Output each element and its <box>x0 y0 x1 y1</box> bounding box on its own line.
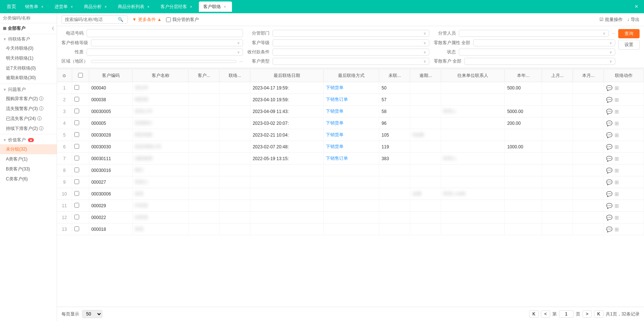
row-checkbox[interactable] <box>72 94 89 106</box>
group-label-pending[interactable]: ▼ 待联络客户 <box>0 34 57 43</box>
row-checkbox[interactable] <box>72 212 89 223</box>
region-dots[interactable]: ··· <box>239 59 243 64</box>
last-page-button[interactable]: K <box>594 310 603 318</box>
col-last-month-header[interactable]: 上月... <box>542 70 573 82</box>
retail-attr-select[interactable]: ∨ <box>473 39 615 46</box>
manager-select[interactable]: ∨ <box>459 30 609 37</box>
select-all-checkbox[interactable] <box>78 73 83 78</box>
chat-icon[interactable]: 💬 <box>606 156 612 162</box>
grid-action-icon[interactable]: ⊞ <box>615 132 619 138</box>
my-customers-checkbox[interactable]: 我分管的客户 <box>166 17 199 23</box>
chat-icon[interactable]: 💬 <box>606 109 612 114</box>
row-last-method[interactable]: 下销货单 <box>323 141 379 153</box>
chat-icon[interactable]: 💬 <box>606 203 612 209</box>
row-last-method[interactable]: 下销货单 <box>323 129 379 141</box>
grid-action-icon[interactable]: ⊞ <box>615 144 619 150</box>
group-label-problem[interactable]: ▼ 问题客户 <box>0 85 57 94</box>
sidebar-item-tomorrow[interactable]: 明天待联络(1) <box>0 53 57 63</box>
grid-action-icon[interactable]: ⊞ <box>615 215 619 221</box>
row-checkbox[interactable] <box>72 117 89 129</box>
grid-action-icon[interactable]: ⊞ <box>615 179 619 185</box>
customer-level-select[interactable]: ∨ <box>272 39 429 46</box>
my-customers-check-input[interactable] <box>166 17 171 22</box>
page-number-input[interactable] <box>559 310 574 318</box>
more-conditions-button[interactable]: ▼ 更多条件 ▲ <box>132 17 162 23</box>
phone-input[interactable] <box>87 29 243 37</box>
customer-type-select[interactable]: ∨ <box>272 58 429 65</box>
chat-icon[interactable]: 💬 <box>606 97 612 103</box>
chat-icon[interactable]: 💬 <box>606 167 612 173</box>
export-button[interactable]: ↓ 导出 <box>627 17 640 23</box>
close-tab-customer-segment[interactable]: × <box>189 4 194 9</box>
batch-operation-button[interactable]: ☑ 批量操作 <box>599 17 623 23</box>
col-settings[interactable]: ⚙ <box>57 70 72 82</box>
all-customers-header[interactable]: ⊞ 全部客户 《 <box>0 23 57 34</box>
manager-dots[interactable]: ··· <box>612 31 615 36</box>
chat-icon[interactable]: 💬 <box>606 144 612 150</box>
chat-icon[interactable]: 💬 <box>606 120 612 126</box>
window-close-button[interactable]: × <box>632 3 641 10</box>
row-last-method[interactable]: 下销售订单 <box>323 94 379 106</box>
chat-icon[interactable]: 💬 <box>606 215 612 221</box>
grid-action-icon[interactable]: ⊞ <box>615 167 619 173</box>
col-this-year-header[interactable]: 本年... <box>505 70 542 82</box>
col-name-header[interactable]: 客户名称 <box>133 70 189 82</box>
grid-action-icon[interactable]: ⊞ <box>615 191 619 197</box>
nature-select[interactable]: ∨ <box>87 49 243 56</box>
col-partner-header[interactable]: 往来单位联系人 <box>441 70 505 82</box>
row-last-method[interactable]: 下销货单 <box>323 82 379 94</box>
chat-icon[interactable]: 💬 <box>606 85 612 91</box>
row-last-method[interactable]: 下销货单 <box>323 117 379 129</box>
row-checkbox[interactable] <box>72 106 89 117</box>
row-checkbox[interactable] <box>72 141 89 153</box>
page-size-select[interactable]: 50 20 100 <box>82 310 102 318</box>
region-select[interactable] <box>91 60 236 63</box>
retail-customer-select[interactable]: ∨ <box>464 58 615 65</box>
grid-action-icon[interactable]: ⊞ <box>615 85 619 91</box>
prev-page-button[interactable]: < <box>541 310 550 318</box>
dept-select[interactable]: ∨ <box>272 30 429 37</box>
next-page-button[interactable]: > <box>583 310 592 318</box>
query-button[interactable]: 查询 <box>618 29 640 38</box>
sidebar-item-declining[interactable]: 持续下滑客户(2) ⓘ <box>0 124 57 134</box>
close-tab-purchase[interactable]: × <box>69 4 74 9</box>
row-checkbox[interactable] <box>72 129 89 141</box>
sidebar-item-class-b[interactable]: B类客户(33) <box>0 164 57 174</box>
nav-tab-customer-contact[interactable]: 客户联络 × <box>199 1 232 12</box>
close-tab-customer-contact[interactable]: × <box>222 4 228 9</box>
reset-button[interactable]: 设置 <box>618 40 640 50</box>
grid-action-icon[interactable]: ⊞ <box>615 109 619 114</box>
nav-tab-customer-segment[interactable]: 客户分层经客 × <box>156 1 198 12</box>
group-label-value[interactable]: ▼ 价值客户 ● <box>0 135 57 144</box>
chat-icon[interactable]: 💬 <box>606 191 612 197</box>
sidebar-item-class-c[interactable]: C类客户(6) <box>0 174 57 184</box>
chat-icon[interactable]: 💬 <box>606 179 612 185</box>
grid-action-icon[interactable]: ⊞ <box>615 97 619 103</box>
col-type-header[interactable]: 客户... <box>189 70 219 82</box>
sidebar-item-churned[interactable]: 已流失客户(24) ⓘ <box>0 114 57 124</box>
close-tab-analysis[interactable]: × <box>103 4 108 9</box>
grid-action-icon[interactable]: ⊞ <box>615 203 619 209</box>
row-checkbox[interactable] <box>72 223 89 235</box>
sidebar-item-hoarding[interactable]: 囤购异常客户(2) ⓘ <box>0 94 57 104</box>
col-this-month-header[interactable]: 本月... <box>573 70 604 82</box>
col-checkbox-header[interactable] <box>72 70 89 82</box>
main-search-icon[interactable]: 🔍 <box>118 17 123 22</box>
col-overdue-header[interactable]: 逾期... <box>410 70 441 82</box>
row-checkbox[interactable] <box>72 188 89 200</box>
sidebar-item-today[interactable]: 今天待联络(0) <box>0 43 57 53</box>
col-code-header[interactable]: 客户编码 <box>89 70 133 82</box>
grid-action-icon[interactable]: ⊞ <box>615 156 619 162</box>
close-tab-sales[interactable]: × <box>40 4 45 9</box>
nav-tab-analysis[interactable]: 商品分析 × <box>80 1 113 12</box>
nav-tab-analysis-list[interactable]: 商品分析列表 × <box>113 1 155 12</box>
nav-home[interactable]: 首页 <box>3 3 20 10</box>
sidebar-search-input[interactable] <box>3 15 57 21</box>
sidebar-item-7days[interactable]: 近7天待联络(0) <box>0 63 57 73</box>
grid-action-icon[interactable]: ⊞ <box>615 226 619 232</box>
col-last-date-header[interactable]: 最后联络日期 <box>250 70 323 82</box>
first-page-button[interactable]: K <box>529 310 539 318</box>
nav-tab-purchase[interactable]: 进货单 × <box>50 1 79 12</box>
chat-icon[interactable]: 💬 <box>606 132 612 138</box>
sidebar-item-ungroup[interactable]: 未分组(32) <box>0 144 57 154</box>
